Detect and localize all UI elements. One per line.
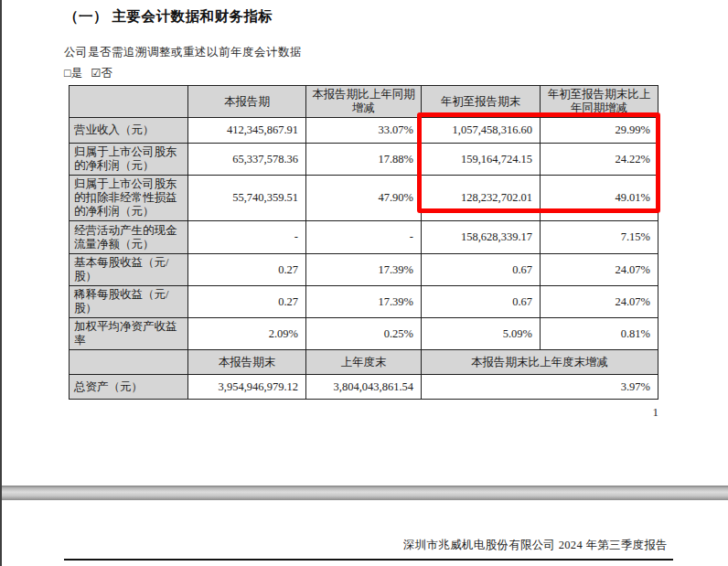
row-label: 归属于上市公司股东的净利润（元） <box>70 144 188 176</box>
table-header-row-2: 本报告期末 上年度末 本报告期末比上年度末增减 <box>70 350 658 375</box>
next-page-header-rule <box>64 559 673 561</box>
table-row-revenue: 营业收入（元） 412,345,867.91 33.07% 1,057,458,… <box>70 118 658 144</box>
table-cell: 2.09% <box>188 318 306 350</box>
table-row-operating-cash-flow: 经营活动产生的现金流量净额（元） - - 158,628,339.17 7.15… <box>70 221 658 254</box>
checkbox-no-checked: ☑否 <box>91 67 112 80</box>
header-cell-current-period: 本报告期 <box>188 86 306 118</box>
table-cell: 24.22% <box>541 144 658 176</box>
financial-indicators-table: 本报告期 本报告期比上年同期增减 年初至报告期末 年初至报告期末比上年同期增减 … <box>69 85 658 400</box>
row-label: 总资产（元） <box>70 375 188 400</box>
table-cell: 17.39% <box>306 254 422 286</box>
table-row-total-assets: 总资产（元） 3,954,946,979.12 3,804,043,861.54… <box>70 375 658 400</box>
row-label: 营业收入（元） <box>70 118 188 144</box>
page-break-separator <box>2 486 728 500</box>
table-cell: 158,628,339.17 <box>422 221 541 254</box>
viewer-left-edge <box>0 0 2 566</box>
table-cell: 128,232,702.01 <box>422 176 541 221</box>
table-cell: 17.39% <box>306 286 422 318</box>
table-cell: 24.07% <box>541 254 658 286</box>
table-cell: 65,337,578.36 <box>188 144 306 176</box>
row-label: 归属于上市公司股东的扣除非经常性损益的净利润（元） <box>70 176 188 221</box>
restatement-answer: □是 ☑否 <box>64 66 118 81</box>
table-cell: 1,057,458,316.60 <box>422 118 541 144</box>
header-cell-period-end: 本报告期末 <box>188 350 306 375</box>
table-cell: - <box>188 221 306 254</box>
table-row-basic-eps: 基本每股收益（元/股） 0.27 17.39% 0.67 24.07% <box>70 254 658 286</box>
table-cell: 0.27 <box>188 254 306 286</box>
table-row-net-profit: 归属于上市公司股东的净利润（元） 65,337,578.36 17.88% 15… <box>70 144 658 176</box>
table-cell: 3,954,946,979.12 <box>188 375 306 400</box>
header-cell-period-yoy-change: 本报告期比上年同期增减 <box>306 86 422 118</box>
table-row-net-profit-excl-nonrecurring: 归属于上市公司股东的扣除非经常性损益的净利润（元） 55,740,359.51 … <box>70 176 658 221</box>
row-label: 加权平均净资产收益率 <box>70 318 188 350</box>
table-cell: 47.90% <box>306 176 422 221</box>
table-header-row: 本报告期 本报告期比上年同期增减 年初至报告期末 年初至报告期末比上年同期增减 <box>70 86 658 118</box>
table-cell: 7.15% <box>541 221 658 254</box>
table-cell: 412,345,867.91 <box>188 118 306 144</box>
row-label: 经营活动产生的现金流量净额（元） <box>70 221 188 254</box>
row-label: 基本每股收益（元/股） <box>70 254 188 286</box>
header-cell-blank <box>70 86 188 118</box>
table-cell: 17.88% <box>306 144 422 176</box>
header-cell-period-end-change: 本报告期末比上年度末增减 <box>422 350 658 375</box>
table-cell: 33.07% <box>306 118 422 144</box>
restatement-question: 公司是否需追溯调整或重述以前年度会计数据 <box>64 45 302 60</box>
table-row-diluted-eps: 稀释每股收益（元/股） 0.27 17.39% 0.67 24.07% <box>70 286 658 318</box>
table-cell: 49.01% <box>541 176 658 221</box>
header-cell-blank <box>70 350 188 375</box>
table-row-weighted-avg-roe: 加权平均净资产收益率 2.09% 0.25% 5.09% 0.81% <box>70 318 658 350</box>
page-number: 1 <box>640 405 658 420</box>
table-cell: 55,740,359.51 <box>188 176 306 221</box>
table-cell: 29.99% <box>541 118 658 144</box>
row-label: 稀释每股收益（元/股） <box>70 286 188 318</box>
table-cell: 3.97% <box>422 375 658 400</box>
table-cell: 5.09% <box>422 318 541 350</box>
table-cell: 24.07% <box>541 286 658 318</box>
table-cell: 0.27 <box>188 286 306 318</box>
table-cell: 3,804,043,861.54 <box>306 375 422 400</box>
document-page: { "page": { "section_title": "（一） 主要会计数据… <box>0 0 728 566</box>
header-cell-ytd: 年初至报告期末 <box>422 86 541 118</box>
table-cell: 0.67 <box>422 286 541 318</box>
header-cell-ytd-yoy-change: 年初至报告期末比上年同期增减 <box>541 86 658 118</box>
table-cell: 0.25% <box>306 318 422 350</box>
table-cell: 159,164,724.15 <box>422 144 541 176</box>
header-cell-prior-year-end: 上年度末 <box>306 350 422 375</box>
checkbox-yes: □是 <box>64 67 82 80</box>
table-cell: - <box>306 221 422 254</box>
table-cell: 0.67 <box>422 254 541 286</box>
section-title: （一） 主要会计数据和财务指标 <box>64 7 273 27</box>
table-cell: 0.81% <box>541 318 658 350</box>
next-page-header: 深圳市兆威机电股份有限公司 2024 年第三季度报告 <box>64 538 668 553</box>
